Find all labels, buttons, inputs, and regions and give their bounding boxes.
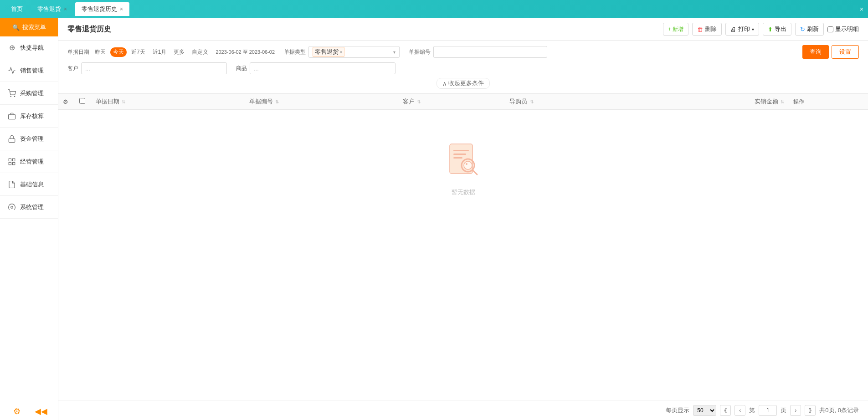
show-detail-input[interactable] (827, 26, 833, 32)
bill-type-tag: 零售退货 × (313, 47, 344, 57)
svg-line-15 (473, 170, 477, 174)
base-info-icon (7, 180, 16, 189)
sidebar-item-system-label: 系统管理 (20, 203, 44, 211)
bill-type-dropdown-icon: ▾ (393, 50, 395, 55)
sidebar-item-inventory[interactable]: 库存核算 (0, 105, 58, 128)
last-page-btn[interactable]: ⟫ (805, 405, 816, 416)
tab-home[interactable]: 首页 (5, 2, 29, 16)
filter-area: 单据日期 昨天 今天 近7天 近1月 更多 自定义 2023-06-02 至 2… (58, 41, 868, 94)
customer-placeholder: ... (85, 65, 90, 72)
delete-button[interactable]: 🗑 删除 (692, 23, 722, 36)
quick-nav-icon: ⊕ (7, 43, 16, 52)
system-icon (7, 203, 16, 212)
filter-date: 单据日期 昨天 今天 近7天 近1月 更多 自定义 2023-06-02 至 2… (67, 47, 275, 57)
sidebar-item-operations-label: 经营管理 (20, 158, 44, 166)
date-1month[interactable]: 近1月 (150, 47, 169, 57)
sidebar-item-quick-nav-label: 快捷导航 (20, 44, 44, 52)
page-size-select[interactable]: 50 10 20 100 (693, 405, 716, 416)
next-page-btn[interactable]: › (790, 405, 801, 416)
th-bill-no: 单据编号 ⇅ (245, 94, 398, 110)
bill-no-sort-icon[interactable]: ⇅ (275, 99, 279, 104)
date-label: 单据日期 (67, 48, 89, 56)
bill-no-label: 单据编号 (409, 48, 431, 56)
date-yesterday[interactable]: 昨天 (92, 47, 108, 57)
tab-retail-return-history-close[interactable]: × (120, 6, 123, 12)
date-options: 昨天 今天 近7天 近1月 更多 自定义 (92, 47, 211, 57)
sidebar-item-purchase[interactable]: 采购管理 (0, 82, 58, 105)
collapse-btn[interactable]: ∧ 收起更多条件 (437, 78, 490, 89)
bill-type-tag-remove[interactable]: × (339, 49, 342, 55)
print-button[interactable]: 🖨 打印 ▾ (725, 23, 759, 36)
svg-point-16 (466, 163, 467, 165)
svg-rect-3 (9, 138, 15, 142)
svg-rect-4 (9, 159, 11, 161)
th-action: 操作 (789, 94, 868, 110)
filter-goods: 商品 ... (236, 62, 395, 74)
date-7days[interactable]: 近7天 (128, 47, 148, 57)
pagination: 每页显示 50 10 20 100 ⟪ ‹ 第 页 › ⟫ 共0页, 0条记录 (58, 400, 868, 420)
setting-button[interactable]: 设置 (832, 45, 859, 59)
guide-sort-icon[interactable]: ⇅ (530, 99, 534, 104)
bill-type-label: 单据类型 (284, 48, 306, 56)
export-icon: ⬆ (768, 26, 773, 33)
bill-no-input[interactable] (433, 46, 547, 58)
page-size-label: 每页显示 (666, 406, 689, 415)
purchase-icon (7, 89, 16, 98)
date-range-value: 2023-06-02 至 2023-06-02 (216, 49, 275, 56)
page-title-row: 零售退货历史 + 新增 🗑 删除 🖨 打印 ▾ ⬆ 导出 (67, 23, 859, 36)
sidebar-item-operations[interactable]: 经营管理 (0, 150, 58, 173)
print-dropdown-icon: ▾ (752, 27, 754, 32)
sidebar-item-base-info[interactable]: 基础信息 (0, 173, 58, 196)
filter-customer: 客户 ... (67, 62, 227, 74)
svg-rect-12 (453, 157, 462, 159)
sidebar-item-inventory-label: 库存核算 (20, 112, 44, 120)
tab-retail-return-history-label: 零售退货历史 (82, 5, 117, 13)
tab-retail-return[interactable]: 零售退货 × (31, 2, 73, 16)
sidebar: 🔍 搜索菜单 ⊕ 快捷导航 销售管理 采购管理 (0, 18, 58, 420)
finance-icon (7, 134, 16, 143)
toolbar: + 新增 🗑 删除 🖨 打印 ▾ ⬆ 导出 ↻ (663, 23, 859, 36)
customer-sort-icon[interactable]: ⇅ (417, 99, 421, 104)
date-sort-icon[interactable]: ⇅ (122, 99, 125, 104)
sidebar-item-sales[interactable]: 销售管理 (0, 59, 58, 82)
select-all-checkbox[interactable] (79, 98, 85, 104)
svg-rect-7 (9, 162, 11, 164)
sidebar-item-sales-label: 销售管理 (20, 67, 44, 75)
tab-list: 首页 零售退货 × 零售退货历史 × (5, 2, 860, 16)
print-icon: 🖨 (730, 26, 736, 33)
topbar-close-btn[interactable]: × (860, 5, 863, 13)
column-settings-icon[interactable]: ⚙ (63, 98, 68, 105)
bill-type-select[interactable]: 零售退货 × ▾ (308, 46, 400, 58)
th-guide: 导购员 ⇅ (505, 94, 635, 110)
first-page-btn[interactable]: ⟪ (720, 405, 731, 416)
tab-retail-return-close[interactable]: × (64, 6, 67, 12)
sidebar-item-system[interactable]: 系统管理 (0, 196, 58, 219)
customer-label: 客户 (67, 65, 78, 72)
sidebar-item-finance[interactable]: 资金管理 (0, 128, 58, 150)
sidebar-search[interactable]: 🔍 搜索菜单 (0, 18, 58, 36)
svg-point-0 (10, 96, 11, 97)
query-button[interactable]: 查询 (802, 45, 829, 59)
prev-page-btn[interactable]: ‹ (734, 405, 745, 416)
goods-input[interactable]: ... (250, 62, 395, 74)
date-custom[interactable]: 自定义 (189, 47, 211, 57)
sidebar-settings-icon[interactable]: ⚙ (10, 405, 24, 418)
tab-retail-return-history[interactable]: 零售退货历史 × (75, 2, 129, 16)
date-today[interactable]: 今天 (110, 47, 127, 57)
page-input[interactable] (759, 405, 777, 416)
sidebar-item-quick-nav[interactable]: ⊕ 快捷导航 (0, 36, 58, 59)
empty-state: 暂无数据 (58, 110, 868, 224)
total-page-label: 页 (781, 406, 786, 415)
export-button[interactable]: ⬆ 导出 (763, 23, 791, 36)
customer-input[interactable]: ... (81, 62, 227, 74)
collapse-btn-label: 收起更多条件 (448, 79, 484, 87)
refresh-button[interactable]: ↻ 刷新 (795, 23, 824, 36)
show-detail-checkbox[interactable]: 显示明细 (827, 25, 859, 33)
total-records: 共0页, 0条记录 (819, 406, 859, 415)
sidebar-item-base-info-label: 基础信息 (20, 180, 44, 189)
sidebar-volume-icon[interactable]: ◀◀ (34, 405, 48, 418)
date-more[interactable]: 更多 (171, 47, 187, 57)
page-header: 零售退货历史 + 新增 🗑 删除 🖨 打印 ▾ ⬆ 导出 (58, 18, 868, 41)
amount-sort-icon[interactable]: ⇅ (781, 99, 784, 104)
new-button[interactable]: + 新增 (663, 23, 688, 36)
